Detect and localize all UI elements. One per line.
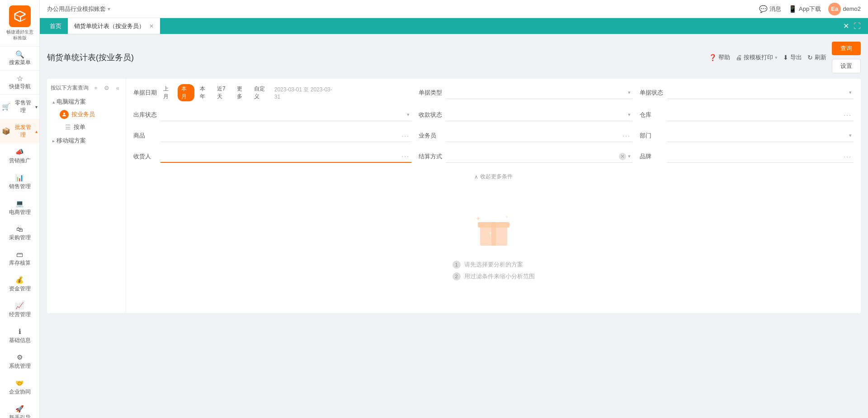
sidebar-logo: 畅捷通好生意 标推版 bbox=[0, 0, 39, 47]
content-area: 按以下方案查询 + ⚙ « bbox=[47, 79, 861, 313]
mobile-group-label: 移动端方案 bbox=[57, 137, 86, 145]
template-print-icon: 🖨 bbox=[736, 54, 742, 61]
app-download-button[interactable]: 📱 App下载 bbox=[788, 5, 821, 13]
tab-expand-icon[interactable]: ⛶ bbox=[854, 22, 861, 30]
template-print-button[interactable]: 🖨 按模板打印 ▾ bbox=[736, 53, 778, 62]
recipient-control[interactable]: ··· bbox=[160, 150, 411, 163]
settle-arrow-icon: ▾ bbox=[628, 153, 631, 159]
account-name: 办公用品行业模拟账套 bbox=[47, 5, 106, 13]
date-tabs: 上月 本月 本年 近7天 更多 自定义 bbox=[160, 84, 271, 101]
ecommerce-icon: 💻 bbox=[15, 200, 24, 208]
docstatus-control[interactable]: ▾ bbox=[667, 86, 854, 99]
query-button[interactable]: 查询 bbox=[832, 42, 861, 55]
goods-control[interactable]: ··· bbox=[160, 129, 411, 142]
tab-sales-stat[interactable]: 销货单统计表（按业务员） ✕ bbox=[68, 18, 160, 34]
collapse-button[interactable]: ∧ 收起更多条件 bbox=[474, 173, 513, 180]
sidebar-quick-nav-item[interactable]: ☆ 快捷导航 bbox=[0, 71, 39, 95]
finance-icon: 💰 bbox=[15, 276, 24, 284]
settings-button[interactable]: 设置 bbox=[832, 59, 861, 73]
salesperson-control[interactable]: ··· bbox=[446, 129, 632, 142]
tab-minimize-icon[interactable]: ✕ bbox=[843, 22, 849, 30]
username-label: demo2 bbox=[843, 5, 861, 12]
sidebar-item-operations[interactable]: 📈 经营管理 bbox=[0, 297, 39, 323]
brand-control[interactable]: ··· bbox=[667, 150, 854, 163]
refresh-icon: ↻ bbox=[807, 54, 813, 61]
sidebar-item-marketing[interactable]: 📣 营销推广 bbox=[0, 143, 39, 169]
sidebar-item-retail[interactable]: 🛒 零售管理 ▾ bbox=[0, 95, 39, 119]
docstatus-arrow-icon: ▾ bbox=[849, 90, 852, 95]
sidebar-item-basic-info[interactable]: ℹ 基础信息 bbox=[0, 323, 39, 349]
sidebar-item-finance[interactable]: 💰 资金管理 bbox=[0, 271, 39, 297]
settle-label: 结算方式 bbox=[419, 152, 446, 161]
mobile-group-arrow: ▸ bbox=[52, 138, 55, 143]
export-button[interactable]: ⬇ 导出 bbox=[783, 53, 802, 62]
tab-home[interactable]: 首页 bbox=[43, 19, 68, 33]
empty-tip-2: 2 用过滤条件来缩小分析范围 bbox=[453, 272, 535, 280]
help-button[interactable]: ❓ 帮助 bbox=[709, 53, 730, 62]
tab-sales-stat-label: 销货单统计表（按业务员） bbox=[74, 22, 145, 30]
doctype-control[interactable]: ▾ bbox=[446, 86, 632, 99]
sidebar-item-guide[interactable]: 🚀 新手引导 bbox=[0, 400, 39, 418]
inventory-icon: 🗃 bbox=[16, 251, 23, 258]
inventory-label: 库存核算 bbox=[9, 259, 31, 267]
guide-label: 新手引导 bbox=[9, 414, 31, 418]
sidebar-item-wholesale[interactable]: 📦 批发管理 ▴ bbox=[0, 119, 39, 143]
order-scheme-icon: ☰ bbox=[65, 124, 71, 131]
purchase-label: 采购管理 bbox=[9, 234, 31, 242]
export-label: 导出 bbox=[790, 53, 802, 62]
sidebar-search-item[interactable]: 🔍 搜索菜单 bbox=[0, 47, 39, 71]
scheme-collapse-button[interactable]: « bbox=[113, 83, 122, 92]
empty-tips: 1 请先选择要分析的方案 2 用过滤条件来缩小分析范围 bbox=[453, 261, 535, 280]
date-tab-custom[interactable]: 自定义 bbox=[251, 84, 270, 101]
sidebar-item-sales[interactable]: 📊 销售管理 bbox=[0, 169, 39, 195]
goods-dots-icon: ··· bbox=[401, 132, 410, 139]
recipient-label: 收货人 bbox=[133, 152, 160, 161]
scheme-settings-button[interactable]: ⚙ bbox=[102, 83, 111, 92]
collectstatus-control[interactable]: ▾ bbox=[446, 109, 632, 121]
sidebar-item-purchase[interactable]: 🛍 采购管理 bbox=[0, 221, 39, 246]
app-download-icon: 📱 bbox=[788, 5, 797, 13]
empty-tip-2-text: 用过滤条件来缩小分析范围 bbox=[464, 272, 535, 280]
warehouse-control[interactable]: ··· bbox=[667, 109, 854, 121]
settle-clear-icon[interactable]: ✕ bbox=[619, 153, 626, 160]
wholesale-label: 批发管理 bbox=[12, 124, 33, 139]
settle-control[interactable]: ✕ ▾ bbox=[446, 150, 632, 163]
account-dropdown-arrow: ▾ bbox=[108, 6, 110, 12]
salesperson-scheme-label: 按业务员 bbox=[71, 110, 95, 119]
date-filter-control[interactable]: 上月 本月 本年 近7天 更多 自定义 2023-03-01 至 2023-03… bbox=[160, 84, 332, 101]
sidebar-item-ecommerce[interactable]: 💻 电商管理 bbox=[0, 195, 39, 221]
account-dropdown[interactable]: 办公用品行业模拟账套 ▾ bbox=[47, 5, 110, 13]
scheme-add-button[interactable]: + bbox=[91, 83, 100, 92]
date-tab-more[interactable]: 更多 bbox=[234, 84, 249, 101]
refresh-button[interactable]: ↻ 刷新 bbox=[807, 53, 826, 62]
scheme-item-by-order[interactable]: ☰ 按单 bbox=[51, 121, 122, 133]
basic-info-icon: ℹ bbox=[19, 328, 21, 336]
enterprise-icon: 🤝 bbox=[15, 379, 24, 387]
main-area: 办公用品行业模拟账套 ▾ 💬 消息 📱 App下载 Ea demo2 首页 bbox=[40, 0, 868, 418]
scheme-group-desktop-header[interactable]: ▴ 电脑端方案 bbox=[51, 96, 122, 108]
message-button[interactable]: 💬 消息 bbox=[759, 5, 781, 13]
sidebar-item-inventory[interactable]: 🗃 库存核算 bbox=[0, 246, 39, 271]
outstatus-control[interactable]: ▾ bbox=[160, 109, 411, 121]
department-control[interactable]: ▾ bbox=[667, 129, 854, 142]
template-print-label: 按模板打印 bbox=[744, 53, 773, 62]
date-tab-thismonth[interactable]: 本月 bbox=[178, 84, 194, 101]
scheme-item-by-salesperson[interactable]: 按业务员 bbox=[51, 108, 122, 121]
scheme-header-label: 按以下方案查询 bbox=[51, 84, 89, 92]
sidebar-item-enterprise[interactable]: 🤝 企业协同 bbox=[0, 375, 39, 400]
sidebar-item-system[interactable]: ⚙ 系统管理 bbox=[0, 349, 39, 375]
department-arrow-icon: ▾ bbox=[849, 133, 852, 138]
search-menu-label: 搜索菜单 bbox=[4, 59, 36, 66]
svg-text:✦: ✦ bbox=[505, 214, 509, 219]
scheme-group-mobile-header[interactable]: ▸ 移动端方案 bbox=[51, 135, 122, 147]
sales-icon: 📊 bbox=[15, 174, 24, 182]
date-tab-7days[interactable]: 近7天 bbox=[214, 84, 231, 101]
date-tab-thisyear[interactable]: 本年 bbox=[197, 84, 212, 101]
filter-settle-field: 结算方式 ✕ ▾ bbox=[419, 149, 632, 164]
scheme-add-icon: + bbox=[94, 85, 98, 91]
collectstatus-label: 收款状态 bbox=[419, 111, 446, 119]
date-tab-lastmonth[interactable]: 上月 bbox=[160, 84, 175, 101]
desktop-group-label: 电脑端方案 bbox=[57, 98, 86, 106]
user-profile[interactable]: Ea demo2 bbox=[828, 3, 861, 15]
tab-close-icon[interactable]: ✕ bbox=[149, 23, 154, 29]
